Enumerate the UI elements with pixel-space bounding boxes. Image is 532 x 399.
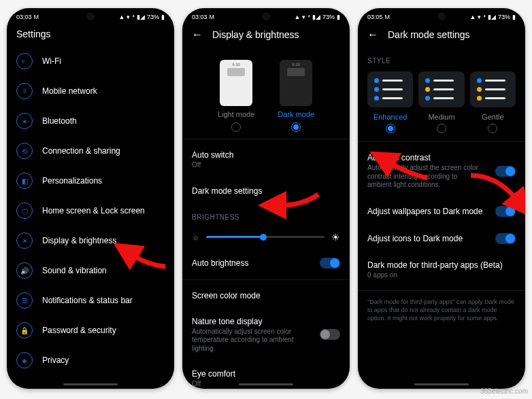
mode-selector: 9:30 Light mode 9:30 Dark mode xyxy=(182,48,350,136)
share-icon: ⟲ xyxy=(16,143,33,159)
battery-icon: ▮ xyxy=(512,14,516,20)
section-brightness: BRIGHTNESS xyxy=(182,204,350,225)
item-display-brightness[interactable]: ☀Display & brightness xyxy=(7,226,174,256)
item-nature-tone[interactable]: Nature tone displayAutomatically adjust … xyxy=(182,309,350,362)
sublabel: Off xyxy=(192,380,235,389)
home-indicator[interactable] xyxy=(63,383,118,385)
phone-display-brightness: 03:03M ▲▾*▮◢73%▮ ←Display & brightness 9… xyxy=(182,8,350,389)
label: Dark mode xyxy=(278,110,314,118)
light-preview: 9:30 xyxy=(220,60,252,106)
battery: 73% xyxy=(322,14,335,20)
label: Connection & sharing xyxy=(42,146,120,156)
item-adaptive-contrast[interactable]: Adaptive contrastAutomatically adjust th… xyxy=(358,145,525,198)
label: Nature tone display xyxy=(192,317,307,326)
item-auto-brightness[interactable]: Auto brightness xyxy=(182,249,350,277)
item-password-security[interactable]: 🔒Password & security xyxy=(7,315,174,345)
mode-dark[interactable]: 9:30 Dark mode xyxy=(278,60,314,132)
label: Notifications & status bar xyxy=(42,296,133,305)
wifi-icon: ▾ xyxy=(302,14,305,20)
page-title: Dark mode settings xyxy=(388,29,470,40)
home-indicator[interactable] xyxy=(239,383,293,385)
sound-icon: 🔊 xyxy=(16,262,33,279)
label: Eye comfort xyxy=(192,369,235,379)
label: Wi-Fi xyxy=(42,56,61,66)
item-personalizations[interactable]: ◧Personalizations xyxy=(7,166,174,196)
slider-track[interactable] xyxy=(206,236,325,238)
mode-light[interactable]: 9:30 Light mode xyxy=(218,60,254,132)
item-sound-vibration[interactable]: 🔊Sound & vibration xyxy=(7,256,174,285)
item-wifi[interactable]: ᯤWi-Fi xyxy=(7,46,174,76)
item-privacy[interactable]: ◈Privacy xyxy=(7,345,174,375)
battery-icon: ▮ xyxy=(337,14,340,20)
sublabel: 0 apps on xyxy=(367,271,483,280)
radio-on[interactable] xyxy=(291,122,301,132)
brightness-slider[interactable]: ☼ ☀ xyxy=(182,225,350,249)
sublabel: Automatically adjust the screen color co… xyxy=(367,164,483,190)
slider-thumb[interactable] xyxy=(260,234,267,241)
bt-icon: * xyxy=(307,14,310,20)
toggle[interactable] xyxy=(495,233,516,244)
label: Light mode xyxy=(218,110,254,118)
style-gentle[interactable] xyxy=(470,71,516,107)
back-icon[interactable]: ← xyxy=(367,29,378,41)
signal-icon: ▲ xyxy=(470,14,476,20)
camera-notch xyxy=(86,12,95,20)
signal-icon: ▲ xyxy=(119,14,125,20)
item-mobile[interactable]: ⦀Mobile network xyxy=(7,76,174,106)
mail-icon: M xyxy=(385,14,390,20)
item-bluetooth[interactable]: ∗Bluetooth xyxy=(7,106,174,136)
label: Screen color mode xyxy=(192,291,261,300)
label: Dark mode settings xyxy=(192,186,262,196)
label: Auto switch xyxy=(192,150,233,160)
label: Auto brightness xyxy=(192,258,248,268)
toggle[interactable] xyxy=(495,166,516,177)
toggle[interactable] xyxy=(495,206,516,217)
label: Dark mode for third-party apps (Beta) xyxy=(367,260,503,270)
wifi-icon: ▾ xyxy=(478,14,481,20)
personalize-icon: ◧ xyxy=(16,173,33,189)
radio-off[interactable] xyxy=(231,122,241,132)
style-enhanced[interactable] xyxy=(367,71,413,107)
mobile-icon: ⦀ xyxy=(16,83,33,99)
signal-icon: ▮◢ xyxy=(488,14,496,20)
header: ←Dark mode settings xyxy=(358,20,525,48)
sublabel: Off xyxy=(192,161,233,170)
item-third-party[interactable]: Dark mode for third-party apps (Beta)0 a… xyxy=(358,252,525,288)
item-notifications[interactable]: ☰Notifications & status bar xyxy=(7,285,174,315)
item-home-lock[interactable]: ▢Home screen & Lock screen xyxy=(7,196,174,226)
home-icon: ▢ xyxy=(16,203,33,219)
label: Sound & vibration xyxy=(42,266,107,275)
toggle[interactable] xyxy=(320,258,340,268)
item-screen-color[interactable]: Screen color mode xyxy=(182,283,350,309)
label: Display & brightness xyxy=(42,236,116,245)
radio-medium[interactable] xyxy=(437,124,446,133)
style-name-medium: Medium xyxy=(418,113,464,121)
signal-icon: ▲ xyxy=(295,14,301,20)
label: Personalizations xyxy=(42,176,102,186)
home-indicator[interactable] xyxy=(414,383,469,385)
footer-note: "Dark mode for third-party apps" can app… xyxy=(358,294,525,326)
wifi-icon: ▾ xyxy=(127,14,130,20)
radio-enhanced[interactable] xyxy=(386,124,395,133)
back-icon[interactable]: ← xyxy=(192,29,203,41)
sun-high-icon: ☀ xyxy=(331,232,340,243)
item-adjust-icons[interactable]: Adjust icons to Dark mode xyxy=(358,225,525,252)
item-dark-mode-settings[interactable]: Dark mode settings xyxy=(182,178,350,204)
item-adjust-wallpapers[interactable]: Adjust wallpapers to Dark mode xyxy=(358,198,525,225)
lock-icon: 🔒 xyxy=(16,322,33,339)
radio-gentle[interactable] xyxy=(488,124,497,133)
clock: 03:05 xyxy=(367,14,383,20)
item-auto-switch[interactable]: Auto switchOff xyxy=(182,142,350,178)
phone-dark-mode-settings: 03:05M ▲▾*▮◢73%▮ ←Dark mode settings STY… xyxy=(358,8,525,389)
item-connection-sharing[interactable]: ⟲Connection & sharing xyxy=(7,136,174,166)
label: Mobile network xyxy=(42,86,97,96)
style-medium[interactable] xyxy=(418,71,464,107)
signal-icon: ▮◢ xyxy=(137,14,145,20)
style-name-enhanced: Enhanced xyxy=(367,113,413,121)
signal-icon: ▮◢ xyxy=(312,14,320,20)
label: Bluetooth xyxy=(42,116,77,126)
toggle[interactable] xyxy=(320,329,340,340)
label: Password & security xyxy=(42,326,116,335)
clock: 03:03 xyxy=(192,14,207,20)
section-style: STYLE xyxy=(358,48,525,69)
